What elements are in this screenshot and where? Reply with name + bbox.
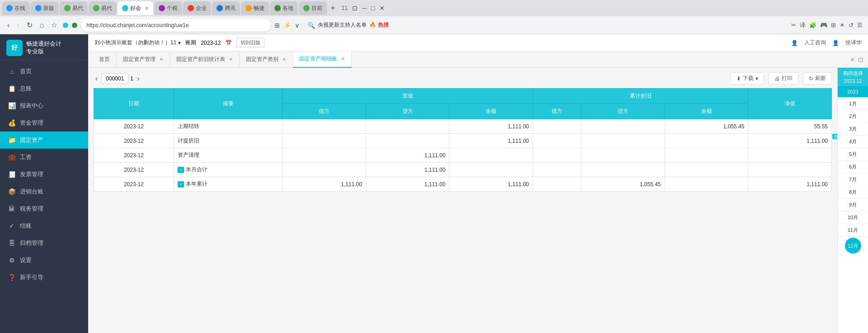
refresh-ledger-button[interactable]: ↻ 刷新	[803, 72, 832, 84]
maximize-icon[interactable]: □	[371, 5, 375, 12]
cell-orig-debit	[283, 163, 366, 177]
period-month-11[interactable]: 11月	[838, 224, 868, 237]
switch-version-button[interactable]: 切到旧版	[236, 38, 264, 47]
period-month-4[interactable]: 4月	[838, 136, 868, 148]
tab-label: 目前	[311, 5, 322, 12]
browser-tab-yidai2[interactable]: 易代	[89, 1, 117, 15]
sidebar-item-archive[interactable]: 🗄 归档管理	[0, 235, 88, 252]
sidebar-item-closing[interactable]: ✓ 结账	[0, 217, 88, 235]
home-button[interactable]: ⌂	[38, 20, 46, 30]
cell-dep-balance: 1,055.45	[665, 119, 748, 134]
translate-icon[interactable]: 译	[800, 21, 806, 29]
browser-tab-qiye[interactable]: 企业	[183, 1, 211, 15]
sidebar-item-settings[interactable]: ⚙ 设置	[0, 252, 88, 269]
tab-label: 新版	[43, 5, 54, 12]
help-label[interactable]: 人工咨询	[804, 39, 826, 47]
close-page-tab-icon[interactable]: ✕	[159, 56, 163, 62]
period-month-7[interactable]: 7月	[838, 174, 868, 186]
sidebar-item-fixed-assets[interactable]: 📁 固定资产	[0, 131, 88, 149]
page-tab-asset-detail[interactable]: 固定资产明细账 ✕	[293, 52, 352, 68]
scissors-icon[interactable]: ✂	[791, 22, 796, 28]
add-tab-button[interactable]: +	[328, 4, 338, 13]
download-button[interactable]: ⬇ 下载 ▾	[731, 72, 764, 84]
game-icon[interactable]: 🎮	[820, 22, 827, 28]
cell-net-value: 1,111.00 2023	[748, 134, 832, 148]
extension-icon[interactable]: 🧩	[809, 22, 816, 28]
tab-label: 个税	[167, 5, 178, 12]
browser-tab-xinban[interactable]: 新版	[31, 1, 59, 15]
page-tab-fixed-assets-mgmt[interactable]: 固定资产管理 ✕	[117, 52, 170, 68]
close-page-tab-icon[interactable]: ✕	[341, 56, 345, 62]
print-icon: 🖨	[774, 75, 780, 82]
close-tab-icon[interactable]: ✕	[145, 5, 149, 11]
sidebar-item-home[interactable]: ⌂ 首页	[0, 63, 88, 80]
period-month-6[interactable]: 6月	[838, 161, 868, 174]
expand-tabs-icon[interactable]: ⊡	[858, 56, 863, 63]
browser-tab-gedi[interactable]: 各地	[270, 1, 298, 15]
cell-orig-balance: 1,111.00	[449, 119, 533, 134]
period-month-10[interactable]: 10月	[838, 211, 868, 224]
browser-tab-changjie[interactable]: 畅捷	[241, 1, 269, 15]
close-page-tab-icon[interactable]: ✕	[282, 56, 286, 62]
period-month-12[interactable]: 12月	[845, 238, 861, 254]
refresh-button[interactable]: ↻	[25, 20, 34, 30]
page-tab-asset-category[interactable]: 固定资产类别 ✕	[240, 52, 293, 68]
cell-date: 2023-12	[94, 163, 174, 177]
period-month-5[interactable]: 5月	[838, 148, 868, 161]
period-month-8[interactable]: 8月	[838, 186, 868, 199]
period-year-item[interactable]: 2023	[838, 86, 868, 98]
page-tab-depreciation-stats[interactable]: 固定资产折旧统计表 ✕	[170, 52, 240, 68]
sidebar-item-payroll[interactable]: 💼 工资	[0, 149, 88, 166]
close-all-tabs-icon[interactable]: ✕	[850, 56, 855, 63]
sidebar-item-general-ledger[interactable]: 📋 总账	[0, 80, 88, 97]
header-dep-credit: 贷方	[581, 104, 665, 119]
sidebar-item-label: 新手引导	[20, 273, 43, 281]
header-dep-balance: 余额	[665, 104, 748, 119]
total-icon: +	[178, 181, 184, 188]
address-bar-input[interactable]	[81, 19, 271, 32]
sales-nav-icon: 📦	[8, 188, 15, 195]
prev-record-button[interactable]: ‹	[94, 74, 99, 84]
undo-icon[interactable]: ↺	[849, 22, 854, 28]
dropdown-icon[interactable]: ∨	[295, 22, 299, 29]
page-tab-home[interactable]: 首页	[93, 52, 117, 68]
table-row: 2023-12 + 本月合计 1,111.00	[94, 163, 832, 177]
user-label[interactable]: 徐译华	[845, 39, 862, 47]
browser-tab-zaixian[interactable]: 在线	[2, 1, 30, 15]
period-month-2[interactable]: 2月	[838, 110, 868, 123]
period-month-3[interactable]: 3月	[838, 123, 868, 136]
sidebar-item-reports[interactable]: 📊 报表中心	[0, 97, 88, 114]
bookmark-button[interactable]: ☆	[49, 20, 59, 30]
company-selector[interactable]: 刘小艳演示账套（勿删勿动！）11 ▾	[94, 39, 181, 47]
cell-summary: 资产清理	[174, 148, 282, 163]
restore-icon[interactable]: ⊡	[352, 5, 358, 12]
sidebar-item-funds[interactable]: 💰 资金管理	[0, 114, 88, 131]
cell-dep-balance	[665, 134, 748, 148]
calendar-icon[interactable]: 📅	[225, 40, 232, 46]
print-button[interactable]: 🖨 打印	[769, 72, 798, 84]
sidebar-item-tax[interactable]: 🏛 税务管理	[0, 200, 88, 217]
minimize-icon[interactable]: ─	[362, 5, 367, 12]
next-record-button[interactable]: ›	[135, 74, 141, 84]
layout-icon[interactable]: ⊞	[831, 22, 836, 28]
close-window-icon[interactable]: ✕	[379, 5, 385, 12]
dropdown-arrow-icon: ▾	[178, 40, 181, 46]
forward-button[interactable]: ›	[15, 20, 21, 30]
browser-tab-yidai1[interactable]: 易代	[60, 1, 88, 15]
brightness-icon[interactable]: ☀	[840, 22, 845, 28]
record-number-input[interactable]	[101, 73, 128, 84]
page-tabs: 首页 固定资产管理 ✕ 固定资产折旧统计表 ✕ 固定资产类别 ✕ 固定资产明细账…	[88, 52, 868, 68]
browser-tab-geshui[interactable]: 个税	[154, 1, 182, 15]
sidebar-item-invoices[interactable]: 🧾 发票管理	[0, 166, 88, 183]
browser-tab-muqian[interactable]: 目前	[299, 1, 327, 15]
menu-icon[interactable]: ☰	[857, 22, 863, 28]
browser-tab-haohui[interactable]: 好会 ✕	[118, 1, 153, 15]
header-orig-credit: 贷方	[366, 104, 449, 119]
sidebar-item-sales-ledger[interactable]: 📦 进销台账	[0, 183, 88, 200]
browser-tab-tengxun[interactable]: 腾讯	[212, 1, 240, 15]
period-month-9[interactable]: 9月	[838, 199, 868, 211]
close-page-tab-icon[interactable]: ✕	[229, 56, 233, 62]
period-month-1[interactable]: 1月	[838, 98, 868, 110]
sidebar-item-guide[interactable]: ❓ 新手引导	[0, 269, 88, 286]
back-button[interactable]: ‹	[5, 20, 11, 30]
